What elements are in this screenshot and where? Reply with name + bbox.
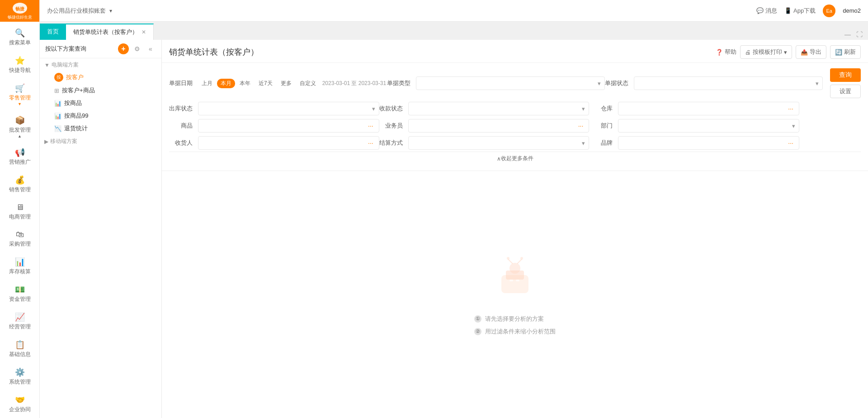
scheme-by-product99-label: 按商品99 — [64, 112, 88, 120]
warehouse-select[interactable]: ··· — [618, 102, 799, 115]
hint2-num: ② — [474, 328, 481, 335]
avatar[interactable]: Ea — [823, 5, 835, 17]
top-header: 办公用品行业模拟账套 ▾ 💬 消息 📱 App下载 Ea demo2 — [40, 0, 868, 22]
settings-button[interactable]: 设置 — [830, 85, 861, 98]
mobile-expand-icon[interactable]: ▶ — [44, 138, 48, 145]
recipient-dots[interactable]: ··· — [366, 139, 375, 147]
recipient-select[interactable]: ··· — [198, 136, 379, 150]
collapse-bar[interactable]: ∧ 收起更多条件 — [169, 152, 861, 165]
payment-status-select[interactable]: ▾ — [408, 102, 590, 115]
sidebar-item-cooperation[interactable]: 🤝 企业协同 — [0, 390, 39, 418]
help-btn[interactable]: ❓ 帮助 — [716, 48, 736, 56]
export-btn[interactable]: 📤 导出 — [796, 45, 826, 59]
chart2-icon: 📊 — [54, 113, 61, 119]
scheme-by-customer[interactable]: 按 按客户 — [40, 71, 161, 84]
scheme-by-customer-product[interactable]: ⊞ 按客户+商品 — [40, 84, 161, 97]
message-btn[interactable]: 💬 消息 — [756, 7, 777, 15]
date-this-year-btn[interactable]: 本年 — [236, 79, 254, 88]
add-scheme-btn[interactable]: + — [118, 43, 129, 54]
scheme-return-stats[interactable]: 📉 退货统计 — [40, 122, 161, 135]
username-label: demo2 — [843, 7, 861, 14]
template-print-btn[interactable]: 🖨 按模板打印 ▾ — [740, 45, 792, 59]
svg-text:畅捷: 畅捷 — [15, 6, 25, 11]
tab-close-icon[interactable]: ✕ — [142, 29, 146, 35]
minimize-icon[interactable]: — — [843, 29, 853, 40]
sidebar-item-label: 零售管理 — [9, 94, 31, 102]
sidebar-item-finance[interactable]: 💵 资金管理 — [0, 280, 39, 308]
sidebar-item-inventory[interactable]: 📊 库存核算 — [0, 252, 39, 280]
sidebar-item-system[interactable]: ⚙️ 系统管理 — [0, 363, 39, 390]
out-status-label: 出库状态 — [169, 104, 194, 113]
tab-right-actions: — ⛶ — [843, 29, 868, 40]
salesperson-select[interactable]: ··· — [408, 119, 590, 133]
left-panel-actions: + ⚙ « — [118, 43, 156, 54]
refresh-btn[interactable]: 🔄 刷新 — [830, 45, 861, 59]
star-icon: ⭐ — [15, 56, 25, 66]
sidebar-item-label: 采购管理 — [9, 240, 31, 248]
chart-icon: 📊 — [54, 100, 61, 107]
sidebar-item-ecommerce[interactable]: 🖥 电商管理 — [0, 198, 39, 225]
operations-icon: 📈 — [15, 312, 25, 322]
product-dots[interactable]: ··· — [366, 122, 375, 129]
sidebar-item-sales[interactable]: 💰 销售管理 — [0, 171, 39, 198]
doc-type-select[interactable]: ▾ — [416, 76, 605, 90]
page-actions-group: ❓ 帮助 🖨 按模板打印 ▾ 📤 导出 🔄 刷新 — [716, 45, 861, 59]
out-status-select[interactable]: ▾ — [198, 102, 379, 115]
date-last-month-btn[interactable]: 上月 — [198, 79, 216, 88]
department-select[interactable]: ▾ — [618, 119, 799, 133]
date-custom-btn[interactable]: 自定义 — [296, 79, 320, 88]
desktop-expand-icon[interactable]: ▼ — [44, 62, 50, 68]
message-label: 消息 — [765, 7, 777, 15]
sidebar-item-label: 营销推广 — [9, 158, 31, 166]
tab-sales-stats[interactable]: 销货单统计表（按客户） ✕ — [66, 24, 154, 40]
download-icon: 📱 — [784, 7, 792, 14]
date-last7-btn[interactable]: 近7天 — [255, 79, 276, 88]
payment-status-label: 收款状态 — [379, 104, 405, 113]
out-status-dropdown-icon: ▾ — [372, 105, 375, 112]
sidebar-item-retail[interactable]: 🛒 零售管理 ▼ — [0, 79, 39, 111]
sales-icon: 💰 — [15, 175, 25, 185]
scheme-settings-btn[interactable]: ⚙ — [132, 43, 142, 54]
right-panel: 销货单统计表（按客户） ❓ 帮助 🖨 按模板打印 ▾ 📤 导出 — [162, 40, 868, 418]
sidebar-item-purchase[interactable]: 🛍 采购管理 — [0, 225, 39, 252]
doc-status-select[interactable]: ▾ — [634, 76, 823, 90]
sidebar-item-search[interactable]: 🔍 搜索菜单 — [0, 24, 39, 51]
warehouse-dots[interactable]: ··· — [786, 105, 795, 112]
department-label: 部门 — [589, 122, 614, 130]
sidebar-item-quick[interactable]: ⭐ 快捷导航 — [0, 51, 39, 79]
export-icon: 📤 — [801, 49, 808, 56]
salesperson-dots[interactable]: ··· — [576, 122, 585, 129]
doc-status-dropdown-icon: ▾ — [816, 80, 819, 87]
product-select[interactable]: ··· — [198, 119, 379, 133]
sidebar-item-wholesale[interactable]: 📦 批发管理 ▲ — [0, 111, 39, 143]
fullscreen-icon[interactable]: ⛶ — [854, 29, 864, 40]
settlement-select[interactable]: ▾ — [408, 136, 590, 150]
sidebar-item-marketing[interactable]: 📢 营销推广 — [0, 143, 39, 171]
scheme-by-product[interactable]: 📊 按商品 — [40, 97, 161, 109]
help-label: 帮助 — [725, 48, 736, 56]
logo-icon: 畅捷 — [12, 2, 28, 14]
brand-select[interactable]: ··· — [618, 136, 799, 150]
date-range-text: 2023-03-01 至 2023-03-31 — [322, 80, 386, 87]
scheme-by-product99[interactable]: 📊 按商品99 — [40, 109, 161, 122]
header-left: 办公用品行业模拟账套 ▾ — [47, 7, 112, 15]
refresh-label: 刷新 — [844, 48, 856, 56]
collapse-panel-btn[interactable]: « — [145, 43, 156, 54]
inventory-icon: 📊 — [15, 257, 25, 267]
date-this-month-btn[interactable]: 本月 — [217, 79, 235, 88]
header-dropdown-icon[interactable]: ▾ — [109, 8, 112, 14]
brand-dots[interactable]: ··· — [786, 139, 795, 147]
basic-icon: 📋 — [15, 340, 25, 350]
left-panel-header: 按以下方案查询 + ⚙ « — [40, 40, 161, 58]
sidebar-item-label: 批发管理 — [9, 126, 31, 134]
sidebar-item-basic[interactable]: 📋 基础信息 — [0, 335, 39, 363]
sidebar-item-operations[interactable]: 📈 经营管理 — [0, 308, 39, 335]
message-icon: 💬 — [756, 7, 764, 14]
query-button[interactable]: 查询 — [830, 68, 861, 82]
app-download-btn[interactable]: 📱 App下载 — [784, 7, 816, 15]
date-more-btn[interactable]: 更多 — [277, 79, 295, 88]
sidebar-item-label: 系统管理 — [9, 378, 31, 386]
finance-icon: 💵 — [15, 285, 25, 294]
bar-chart-icon: 📉 — [54, 125, 61, 132]
tab-home[interactable]: 首页 — [40, 24, 66, 40]
